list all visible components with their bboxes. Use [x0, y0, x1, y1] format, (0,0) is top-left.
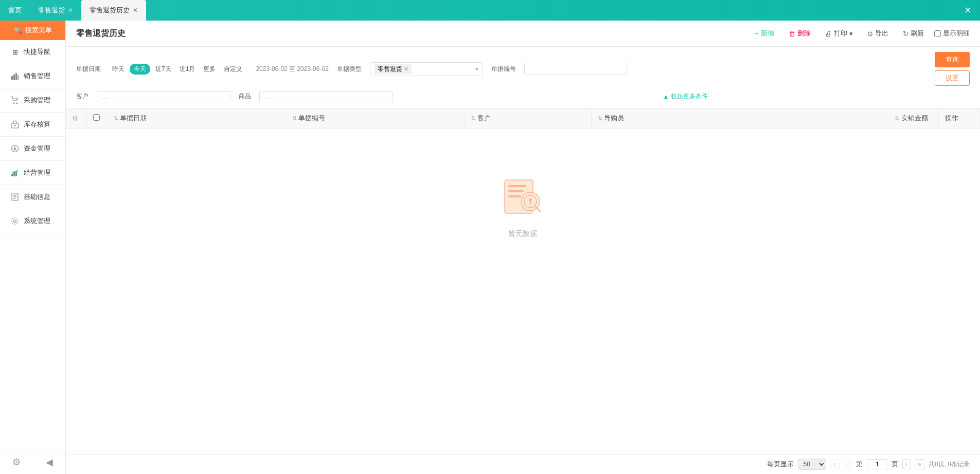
- th-guide[interactable]: ⇅ 导购员: [591, 108, 744, 129]
- filter-settings-button[interactable]: 设置: [935, 70, 970, 86]
- svg-point-7: [14, 125, 16, 126]
- sidebar-item-sales[interactable]: 销售管理: [0, 64, 65, 88]
- delete-label: 删除: [797, 29, 811, 38]
- th-amount[interactable]: ⇅ 实销金额: [744, 108, 938, 129]
- th-amount-label: 实销金额: [901, 114, 928, 122]
- date-btn-1month[interactable]: 近1月: [176, 64, 199, 75]
- sort-icon: ⇅: [471, 115, 475, 121]
- sidebar-item-label: 采购管理: [24, 96, 50, 105]
- collapse-label: 收起更多条件: [671, 92, 708, 101]
- tab-history-close[interactable]: ✕: [133, 7, 138, 14]
- empty-illustration: [497, 170, 548, 221]
- print-label: 打印: [834, 29, 847, 38]
- tab-return-close[interactable]: ✕: [68, 7, 73, 14]
- number-filter-label: 单据编号: [491, 65, 516, 74]
- svg-rect-10: [13, 172, 15, 176]
- sidebar-item-label: 库存核算: [24, 120, 50, 129]
- table-body: 暂无数据: [66, 129, 980, 280]
- page-number-input[interactable]: [867, 459, 887, 469]
- sidebar-item-inventory[interactable]: 库存核算: [0, 113, 65, 137]
- type-tag-close[interactable]: ✕: [404, 66, 408, 72]
- print-dropdown-icon: ▾: [849, 30, 853, 38]
- delete-button[interactable]: 🗑 删除: [785, 27, 815, 40]
- export-icon: ⊙: [867, 30, 873, 38]
- date-filter-label: 单据日期: [76, 65, 101, 74]
- sidebar-settings-button[interactable]: ⚙: [12, 457, 21, 468]
- sidebar-item-operation[interactable]: 经营管理: [0, 161, 65, 185]
- goods-filter-label: 商品: [239, 92, 251, 101]
- date-btn-yesterday[interactable]: 昨天: [109, 64, 128, 75]
- show-details-input[interactable]: [934, 30, 941, 37]
- type-select[interactable]: 零售退货 ✕ ▾: [370, 62, 483, 76]
- pagination-first-button[interactable]: «: [830, 459, 840, 469]
- svg-rect-2: [15, 73, 17, 80]
- page-header: 零售退货历史 + 新增 🗑 删除 🖨 打印 ▾ ⊙ 导出: [66, 21, 980, 47]
- th-customer-label: 客户: [477, 114, 491, 122]
- sidebar-toggle-button[interactable]: ◀: [46, 457, 53, 468]
- tab-return[interactable]: 零售退货 ✕: [30, 0, 81, 21]
- date-btn-more[interactable]: 更多: [200, 64, 219, 75]
- sales-icon: [10, 71, 20, 81]
- select-all-checkbox[interactable]: [93, 114, 100, 121]
- page-unit: 页: [892, 460, 898, 469]
- sidebar-search-button[interactable]: 🔍 搜索菜单: [0, 21, 65, 40]
- th-date[interactable]: ⇅ 单据日期: [107, 108, 286, 129]
- svg-point-4: [13, 103, 15, 104]
- table-settings-icon[interactable]: ⚙: [72, 115, 78, 122]
- main-layout: 🔍 搜索菜单 ⊞ 快捷导航 销售管理 采购管理: [0, 21, 980, 474]
- pagination-prev-button[interactable]: ‹: [844, 459, 852, 469]
- sidebar-item-label: 销售管理: [24, 71, 50, 81]
- number-filter-input[interactable]: [524, 63, 627, 75]
- date-btn-custom[interactable]: 自定义: [221, 64, 245, 75]
- page-label: 第: [856, 460, 863, 469]
- print-button[interactable]: 🖨 打印 ▾: [821, 27, 857, 40]
- new-button[interactable]: + 新增: [751, 27, 778, 40]
- finance-icon: [10, 144, 20, 153]
- search-icon: 🔍: [14, 27, 22, 34]
- pagination-next-button[interactable]: ›: [902, 459, 911, 469]
- collapse-button[interactable]: ▲ 收起更多条件: [663, 90, 708, 103]
- svg-rect-18: [508, 185, 526, 187]
- refresh-button[interactable]: ↻ 刷新: [899, 27, 928, 40]
- sidebar-item-quick-nav[interactable]: ⊞ 快捷导航: [0, 40, 65, 64]
- tab-history[interactable]: 零售退货历史 ✕: [81, 0, 146, 21]
- svg-point-5: [16, 103, 18, 104]
- type-tag: 零售退货 ✕: [375, 64, 412, 74]
- export-button[interactable]: ⊙ 导出: [863, 27, 893, 40]
- th-customer[interactable]: ⇅ 客户: [465, 108, 592, 129]
- tab-home-label: 首页: [8, 6, 22, 15]
- show-details-checkbox[interactable]: 显示明细: [934, 29, 970, 38]
- goods-placeholder: …: [264, 93, 270, 100]
- customer-select[interactable]: …: [97, 91, 230, 102]
- date-btn-7days[interactable]: 近7天: [152, 64, 174, 75]
- tab-bar: 首页 零售退货 ✕ 零售退货历史 ✕: [0, 0, 964, 21]
- th-guide-label: 导购员: [604, 114, 624, 122]
- total-info: 共0页, 0条记录: [929, 460, 970, 469]
- pagination-last-button[interactable]: »: [915, 459, 924, 469]
- sidebar-bottom: ⚙ ◀: [0, 450, 65, 474]
- sidebar: 🔍 搜索菜单 ⊞ 快捷导航 销售管理 采购管理: [0, 21, 66, 474]
- window-close-button[interactable]: ✕: [964, 6, 972, 15]
- empty-text: 暂无数据: [508, 229, 537, 239]
- sidebar-item-purchase[interactable]: 采购管理: [0, 88, 65, 113]
- th-actions: 操作: [939, 108, 980, 129]
- sort-icon: ⇅: [598, 115, 602, 121]
- sidebar-search-label: 搜索菜单: [25, 26, 52, 35]
- empty-state-row: 暂无数据: [66, 129, 980, 280]
- tab-home[interactable]: 首页: [0, 0, 30, 21]
- sidebar-item-label: 基础信息: [24, 192, 50, 202]
- sidebar-item-system[interactable]: 系统管理: [0, 209, 65, 233]
- sidebar-item-basic-info[interactable]: 基础信息: [0, 185, 65, 209]
- th-number[interactable]: ⇅ 单据编号: [286, 108, 464, 129]
- date-btn-today[interactable]: 今天: [130, 64, 150, 75]
- sidebar-item-finance[interactable]: 资金管理: [0, 137, 65, 161]
- empty-state-cell: 暂无数据: [66, 129, 980, 280]
- sidebar-item-label: 经营管理: [24, 168, 50, 177]
- page-size-select[interactable]: 50 10 20 100: [798, 459, 826, 470]
- svg-rect-1: [13, 75, 15, 80]
- query-button[interactable]: 查询: [935, 52, 970, 67]
- goods-select[interactable]: …: [259, 91, 393, 102]
- customer-filter-label: 客户: [76, 92, 88, 101]
- svg-rect-19: [508, 190, 524, 192]
- type-tag-label: 零售退货: [378, 65, 402, 74]
